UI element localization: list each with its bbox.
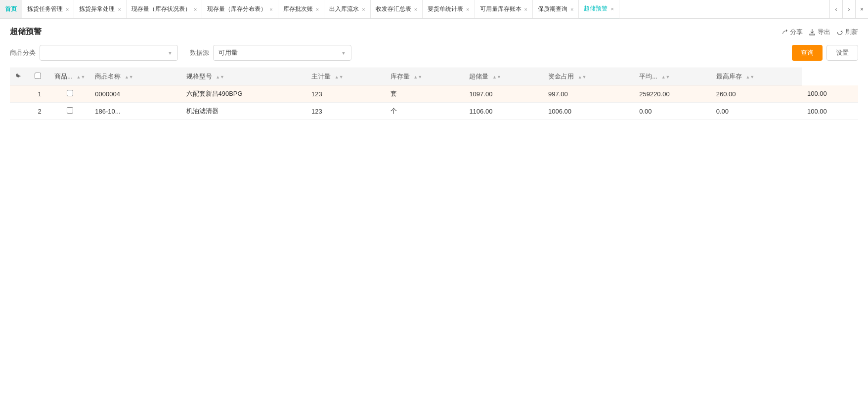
- close-icon[interactable]: ×: [414, 6, 417, 12]
- row-checkbox-cell[interactable]: [49, 85, 90, 103]
- nav-tab-abnormal[interactable]: 拣货异常处理 ×: [74, 0, 126, 19]
- product-name-col-header: 商品名称 ▲▼: [90, 68, 181, 85]
- nav-tab-avail-stock[interactable]: 可用量库存账本 ×: [475, 0, 533, 19]
- sort-icon: ▲▼: [216, 75, 224, 79]
- settings-col-header: [10, 68, 30, 85]
- spec-col-header: 规格型号 ▲▼: [181, 68, 307, 85]
- row-stock-qty: 1097.00: [464, 85, 543, 103]
- nav-tab-inout-flow[interactable]: 出入库流水 ×: [324, 0, 370, 19]
- category-select[interactable]: ▼: [40, 45, 178, 61]
- stock-qty-col-header: 库存量 ▲▼: [386, 68, 465, 85]
- sort-icon: ▲▼: [413, 75, 422, 79]
- capital-col-header: 资金占用 ▲▼: [543, 68, 634, 85]
- header-actions: 分享 导出 刷新: [781, 28, 858, 37]
- share-button[interactable]: 分享: [781, 28, 803, 37]
- row-checkbox[interactable]: [67, 107, 73, 114]
- over-qty-col-header: 超储量 ▲▼: [464, 68, 543, 85]
- sort-icon: ▲▼: [745, 75, 754, 79]
- close-icon[interactable]: ×: [524, 6, 527, 12]
- filter-row: 商品分类 ▼ 数据源 可用量 ▼ 查询 设置: [10, 45, 858, 61]
- max-stock-col-header: 最高库存 ▲▼: [711, 68, 802, 85]
- row-capital: 0.00: [634, 103, 711, 120]
- nav-prev-button[interactable]: ‹: [829, 0, 842, 19]
- tab-label: 现存量（库存状况表）: [131, 5, 191, 13]
- close-icon[interactable]: ×: [570, 6, 573, 12]
- nav-tab-stock-status[interactable]: 现存量（库存状况表） ×: [127, 0, 202, 19]
- nav-tab-quality-check[interactable]: 保质期查询 ×: [533, 0, 579, 19]
- close-icon[interactable]: ×: [66, 6, 69, 12]
- export-button[interactable]: 导出: [809, 28, 830, 37]
- sort-icon: ▲▼: [492, 75, 501, 79]
- tab-label: 拣货任务管理: [27, 5, 63, 13]
- tab-label: 保质期查询: [538, 5, 567, 13]
- tab-label: 现存量（库存分布表）: [207, 5, 266, 13]
- filter-actions: 查询 设置: [792, 45, 858, 61]
- row-gear-cell: [10, 103, 30, 120]
- checkbox-col-header: [30, 68, 49, 85]
- chevron-down-icon: ▼: [341, 50, 346, 56]
- nav-tab-order-stats[interactable]: 要货单统计表 ×: [423, 0, 475, 19]
- nav-tab-stock-dist[interactable]: 现存量（库存分布表） ×: [202, 0, 278, 19]
- nav-tab-task-mgmt[interactable]: 拣货任务管理 ×: [22, 0, 74, 19]
- close-icon[interactable]: ×: [610, 6, 613, 12]
- tab-label: 可用量库存账本: [480, 5, 521, 13]
- nav-next-button[interactable]: ›: [842, 0, 855, 19]
- row-product-name: 六配套新昌490BPG: [181, 85, 307, 103]
- category-label: 商品分类: [10, 48, 36, 57]
- tab-label: 拣货异常处理: [79, 5, 115, 13]
- close-icon[interactable]: ×: [194, 6, 197, 12]
- tab-label: 出入库流水: [329, 5, 359, 13]
- page-title: 超储预警: [10, 27, 42, 37]
- nav-tab-stock-batch[interactable]: 库存批次账 ×: [278, 0, 324, 19]
- nav-tab-overstock-warn[interactable]: 超储预警 ×: [579, 0, 619, 19]
- row-max-stock: 100.00: [802, 103, 858, 120]
- tab-label: 收发存汇总表: [376, 5, 411, 13]
- topbar: 首页 拣货任务管理 × 拣货异常处理 × 现存量（库存状况表） × 现存量（库存…: [0, 0, 868, 19]
- refresh-button[interactable]: 刷新: [836, 28, 858, 37]
- sort-icon: ▲▼: [335, 75, 344, 79]
- unit-col-header: 主计量 ▲▼: [306, 68, 386, 85]
- sort-icon: ▲▼: [125, 75, 133, 79]
- sort-icon: ▲▼: [578, 75, 587, 79]
- close-icon[interactable]: ×: [362, 6, 365, 12]
- row-gear-cell: [10, 85, 30, 103]
- datasource-select[interactable]: 可用量 ▼: [213, 45, 351, 61]
- row-checkbox-cell[interactable]: [49, 103, 90, 120]
- datasource-filter: 数据源 可用量 ▼: [190, 45, 351, 61]
- row-index: 1: [30, 85, 49, 103]
- sort-icon: ▲▼: [661, 75, 670, 79]
- settings-button[interactable]: 设置: [826, 45, 858, 61]
- close-icon[interactable]: ×: [118, 6, 121, 12]
- table-header-row: 商品... ▲▼ 商品名称 ▲▼ 规格型号 ▲▼ 主计量 ▲▼ 库存量 ▲▼: [10, 68, 858, 85]
- query-button[interactable]: 查询: [792, 45, 823, 61]
- sort-icon: ▲▼: [76, 75, 85, 79]
- datasource-label: 数据源: [190, 48, 209, 57]
- share-icon: [781, 29, 788, 36]
- select-all-checkbox[interactable]: [35, 73, 41, 79]
- close-icon[interactable]: ×: [316, 6, 319, 12]
- page-content: 超储预警 分享 导出 刷新: [0, 19, 868, 395]
- row-max-stock: 100.00: [802, 85, 858, 103]
- nav-tab-home[interactable]: 首页: [0, 0, 22, 19]
- tab-label: 要货单统计表: [428, 5, 463, 13]
- row-spec: 123: [306, 103, 386, 120]
- nav-tab-recv-summary[interactable]: 收发存汇总表 ×: [371, 0, 423, 19]
- row-avg: 260.00: [711, 85, 802, 103]
- tab-nav-controls: ‹ › ×: [829, 0, 868, 19]
- row-over-qty: 997.00: [543, 85, 634, 103]
- page-header: 超储预警 分享 导出 刷新: [10, 27, 858, 37]
- gear-icon: [15, 73, 22, 79]
- row-over-qty: 1006.00: [543, 103, 634, 120]
- close-icon[interactable]: ×: [269, 6, 272, 12]
- row-checkbox[interactable]: [67, 90, 73, 96]
- row-unit: 个: [386, 103, 465, 120]
- datasource-select-value: 可用量: [218, 48, 238, 57]
- export-icon: [809, 29, 816, 36]
- product-code-col-header: 商品... ▲▼: [49, 68, 90, 85]
- row-index: 2: [30, 103, 49, 120]
- row-product-code: 0000004: [90, 85, 181, 103]
- nav-more-button[interactable]: ×: [855, 0, 868, 19]
- avg-col-header: 平均... ▲▼: [634, 68, 711, 85]
- row-avg: 0.00: [711, 103, 802, 120]
- close-icon[interactable]: ×: [466, 6, 469, 12]
